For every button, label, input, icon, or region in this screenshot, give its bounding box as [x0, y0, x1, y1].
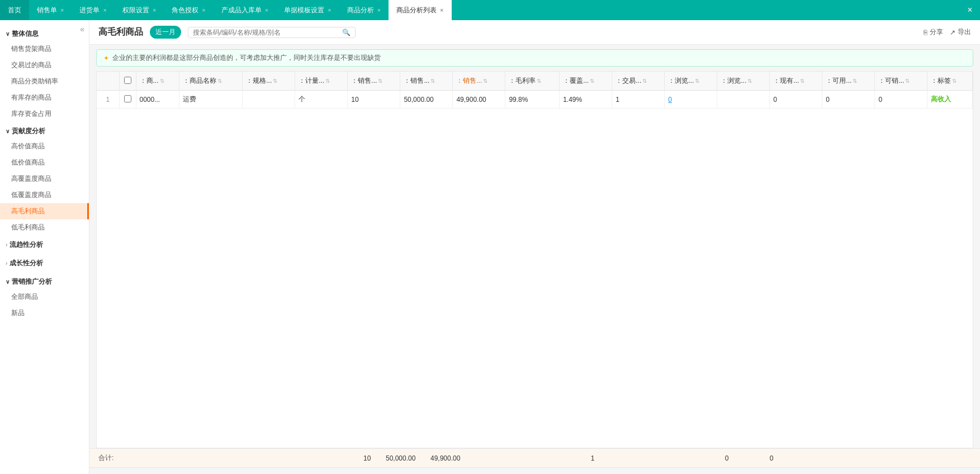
export-icon: ↗: [950, 29, 955, 36]
sidebar-item-traded[interactable]: 交易过的商品: [0, 57, 89, 73]
sidebar-item-sales-shelf[interactable]: 销售货架商品: [0, 41, 89, 57]
nav-home[interactable]: 首页: [0, 0, 29, 20]
sidebar-item-low-coverage[interactable]: 低覆盖度商品: [0, 187, 89, 203]
cell-browse1[interactable]: 0: [665, 91, 717, 109]
cell-gross-rate: 99.8%: [505, 91, 560, 109]
product-table: ：商...⇅ ：商品名称⇅ ：规格...⇅ ：计量...⇅ ：销售...⇅: [97, 72, 973, 109]
sidebar-item-high-margin[interactable]: 高毛利商品: [0, 203, 89, 219]
col-header-sellable[interactable]: ：可销...⇅: [875, 72, 927, 91]
sidebar-group-trend[interactable]: › 流趋性分析: [0, 236, 89, 254]
cell-sales2: 50,000.00: [400, 91, 453, 109]
row-checkbox[interactable]: [124, 95, 131, 102]
col-header-sales1[interactable]: ：销售...⇅: [348, 72, 400, 91]
nav-permission-settings[interactable]: 权限设置 ×: [115, 0, 164, 20]
close-role-auth[interactable]: ×: [202, 7, 205, 13]
export-button[interactable]: ↗ 导出: [950, 27, 971, 37]
search-input[interactable]: [193, 29, 340, 36]
search-icon[interactable]: 🔍: [342, 29, 351, 36]
footer-available: 0: [732, 454, 777, 462]
sidebar: « ∨ 整体信息 销售货架商品 交易过的商品 商品分类助销率 有库存的商品 库存…: [0, 20, 89, 474]
sidebar-group-overall[interactable]: ∨ 整体信息: [0, 25, 89, 41]
close-product-analysis[interactable]: ×: [377, 7, 381, 13]
col-header-sales3[interactable]: ：销售...⇅: [453, 72, 505, 91]
nav-product-warehouse[interactable]: 产成品入库单 ×: [214, 0, 276, 20]
col-header-code[interactable]: ：商...⇅: [136, 72, 179, 91]
nav-template-settings[interactable]: 单据模板设置 ×: [276, 0, 339, 20]
col-header-available[interactable]: ：可用...⇅: [822, 72, 875, 91]
cell-name: 运费: [179, 91, 243, 109]
select-all-checkbox[interactable]: [124, 77, 131, 84]
data-table-container[interactable]: ：商...⇅ ：商品名称⇅ ：规格...⇅ ：计量...⇅ ：销售...⇅: [96, 71, 973, 448]
col-header-trade[interactable]: ：交易...⇅: [612, 72, 665, 91]
sidebar-group-marketing[interactable]: ∨ 营销推广分析: [0, 273, 89, 289]
nav-product-analysis-list[interactable]: 商品分析列表 ×: [389, 0, 451, 20]
col-header-spec[interactable]: ：规格...⇅: [243, 72, 295, 91]
filter-recent-month-button[interactable]: 近一月: [150, 26, 181, 39]
share-button[interactable]: ⎘ 分享: [924, 27, 943, 37]
cell-browse2: [717, 91, 770, 109]
sidebar-item-new-products[interactable]: 新品: [0, 305, 89, 321]
cell-sellable: 0: [875, 91, 927, 109]
col-header-tag[interactable]: ：标签⇅: [927, 72, 973, 91]
footer-totals: 合计: 10 50,000.00 49,900.00 1 0 0: [89, 448, 980, 467]
nav-purchase-order[interactable]: 进货单 ×: [72, 0, 114, 20]
content-header: 高毛利商品 近一月 🔍 ⎘ 分享 ↗ 导出: [89, 20, 980, 45]
share-icon: ⎘: [924, 29, 927, 36]
cell-code: 0000...: [136, 91, 179, 109]
col-header-checkbox[interactable]: [119, 72, 136, 91]
nav-role-auth[interactable]: 角色授权 ×: [164, 0, 213, 20]
page-title: 高毛利商品: [98, 26, 143, 38]
sidebar-group-contribution[interactable]: ∨ 贡献度分析: [0, 122, 89, 138]
col-header-current[interactable]: ：现有...⇅: [770, 72, 822, 91]
close-purchase-order[interactable]: ×: [103, 7, 106, 13]
footer-sales3: 49,900.00: [419, 454, 463, 462]
arrow-icon: ∨: [6, 31, 10, 37]
cell-spec: [243, 91, 295, 109]
sidebar-item-category-rate[interactable]: 商品分类助销率: [0, 73, 89, 90]
horizontal-scrollbar[interactable]: [89, 467, 980, 474]
sidebar-item-low-value[interactable]: 低价值商品: [0, 154, 89, 171]
col-header-name[interactable]: ：商品名称⇅: [179, 72, 243, 91]
cell-unit: 个: [295, 91, 348, 109]
cell-checkbox[interactable]: [119, 91, 136, 109]
sidebar-collapse-button[interactable]: «: [80, 25, 84, 34]
close-template-settings[interactable]: ×: [328, 7, 331, 13]
sidebar-group-growth[interactable]: › 成长性分析: [0, 254, 89, 273]
sidebar-item-in-stock[interactable]: 有库存的商品: [0, 90, 89, 106]
sidebar-item-stock-capital[interactable]: 库存资金占用: [0, 106, 89, 122]
content-area: 高毛利商品 近一月 🔍 ⎘ 分享 ↗ 导出 ✦ 企业的主要的利润都是这部分商品创…: [89, 20, 980, 474]
cell-tag: 高收入: [927, 91, 973, 109]
cell-coverage: 1.49%: [560, 91, 612, 109]
close-permission-settings[interactable]: ×: [153, 7, 156, 13]
col-header-browse1[interactable]: ：浏览...⇅: [665, 72, 717, 91]
sidebar-item-high-coverage[interactable]: 高覆盖度商品: [0, 171, 89, 187]
arrow-icon: ›: [6, 242, 7, 248]
footer-sales2: 50,000.00: [374, 454, 419, 462]
close-product-analysis-list[interactable]: ×: [440, 7, 443, 13]
cell-sales1: 10: [348, 91, 400, 109]
arrow-icon: ∨: [6, 279, 10, 285]
sidebar-item-high-value[interactable]: 高价值商品: [0, 138, 89, 154]
arrow-icon: ∨: [6, 128, 10, 134]
info-icon: ✦: [103, 54, 109, 62]
close-sales-order[interactable]: ×: [60, 7, 64, 13]
col-header-gross-rate[interactable]: ：毛利率⇅: [505, 72, 560, 91]
col-header-sales2[interactable]: ：销售...⇅: [400, 72, 453, 91]
info-banner: ✦ 企业的主要的利润都是这部分商品创造的，可考虑加大推广，同时关注库存是不要出现…: [96, 49, 973, 67]
cell-num: 1: [97, 91, 119, 109]
col-header-coverage[interactable]: ：覆盖...⇅: [560, 72, 612, 91]
cell-available: 0: [822, 91, 875, 109]
close-product-warehouse[interactable]: ×: [265, 7, 268, 13]
col-header-browse2[interactable]: ：浏览...⇅: [717, 72, 770, 91]
search-box[interactable]: 🔍: [188, 27, 356, 38]
cell-current: 0: [770, 91, 822, 109]
window-close-button[interactable]: ×: [960, 0, 980, 20]
nav-product-analysis[interactable]: 商品分析 ×: [339, 0, 389, 20]
sidebar-item-all-products[interactable]: 全部商品: [0, 289, 89, 305]
col-header-unit[interactable]: ：计量...⇅: [295, 72, 348, 91]
sidebar-item-low-margin[interactable]: 低毛利商品: [0, 219, 89, 236]
cell-trade: 1: [612, 91, 665, 109]
nav-sales-order[interactable]: 销售单 ×: [29, 0, 72, 20]
footer-current: 0: [687, 454, 732, 462]
footer-label: 合计:: [98, 453, 122, 463]
